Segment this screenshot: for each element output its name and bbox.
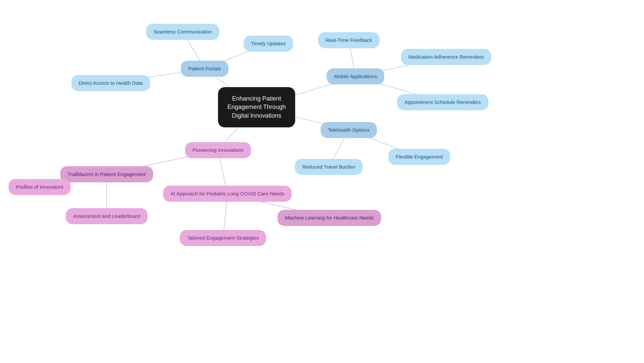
appointment-schedule-node: Appointment Schedule Reminders <box>397 94 488 110</box>
profiles-innovators-node: Profiles of Innovators <box>9 179 71 195</box>
real-time-feedback-node: Real-Time Feedback <box>318 32 380 48</box>
tailored-engagement-node: Tailored Engagement Strategies <box>180 230 266 246</box>
patient-portals-node: Patient Portals <box>181 61 228 77</box>
trailblazers-node: Trailblazers in Patient Engagement <box>60 166 153 182</box>
telehealth-options-node: Telehealth Options <box>321 122 377 138</box>
central-node: Enhancing Patient Engagement Through Dig… <box>218 87 295 127</box>
medication-adherence-node: Medication Adherence Reminders <box>401 49 491 65</box>
mindmap-canvas: Enhancing Patient Engagement Through Dig… <box>0 0 644 363</box>
assessment-leaderboard-node: Assessment and Leaderboard <box>66 208 148 224</box>
ai-approach-node: AI Approach for Pediatric Long COVID Car… <box>163 186 291 202</box>
reduced-travel-node: Reduced Travel Burden <box>295 159 363 175</box>
timely-updates-node: Timely Updates <box>244 36 293 52</box>
direct-access-node: Direct Access to Health Data <box>71 75 150 91</box>
machine-learning-node: Machine Learning for Healthcare Needs <box>277 210 381 226</box>
seamless-communication-node: Seamless Communication <box>146 24 219 40</box>
flexible-engagement-node: Flexible Engagement <box>388 149 450 165</box>
mobile-applications-node: Mobile Applications <box>327 68 384 84</box>
pioneering-innovations-node: Pioneering Innovations <box>185 142 251 158</box>
